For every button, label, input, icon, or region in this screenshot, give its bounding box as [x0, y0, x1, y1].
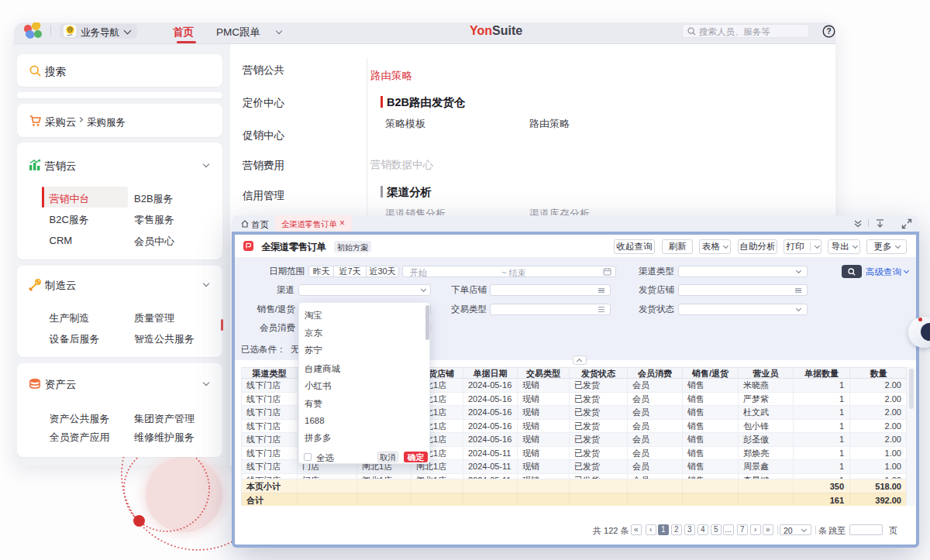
svg-text:?: ?	[826, 27, 831, 36]
